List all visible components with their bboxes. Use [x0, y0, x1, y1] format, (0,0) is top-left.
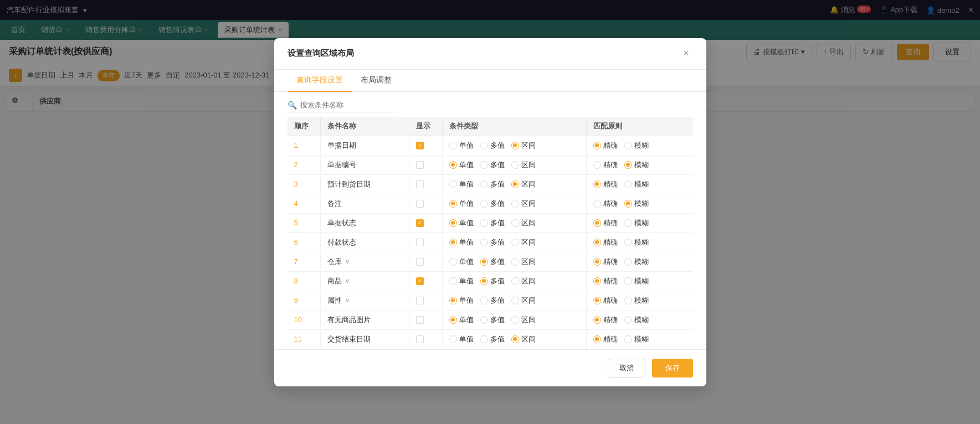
dialog-header: 设置查询区域布局 × [274, 38, 706, 70]
search-icon: 🔍 [288, 101, 297, 110]
dialog-tabs: 查询字段设置 布局调整 [274, 70, 706, 92]
modal-overlay: 设置查询区域布局 × 查询字段设置 布局调整 🔍 顺序 条件名称 [0, 0, 980, 116]
dialog: 设置查询区域布局 × 查询字段设置 布局调整 🔍 顺序 条件名称 [274, 38, 706, 117]
tab-field-settings[interactable]: 查询字段设置 [288, 70, 352, 92]
dialog-close-button[interactable]: × [680, 47, 693, 60]
tab-layout-adjust[interactable]: 布局调整 [352, 70, 401, 92]
search-input[interactable] [300, 101, 389, 109]
dialog-search-area: 🔍 [274, 92, 706, 117]
dialog-title: 设置查询区域布局 [288, 48, 354, 59]
search-box: 🔍 [288, 99, 398, 112]
